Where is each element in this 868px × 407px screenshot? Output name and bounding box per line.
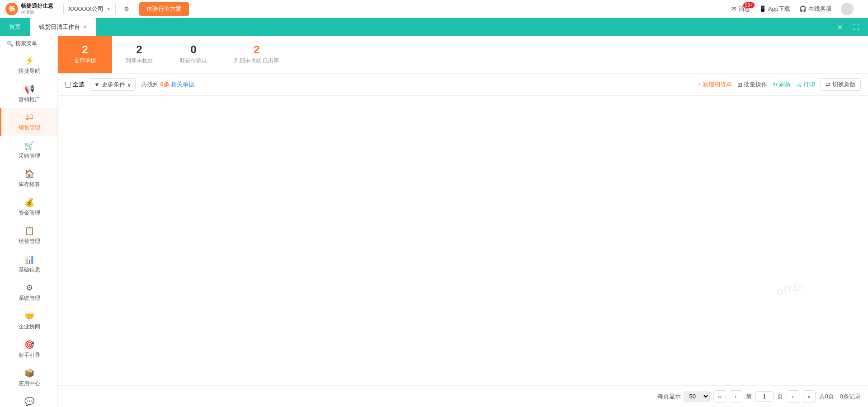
- batch-icon: ⊞: [737, 81, 742, 88]
- sidebar-item-operation[interactable]: 📋 经营管理: [0, 221, 57, 250]
- app-download-button[interactable]: 📱 App下载: [759, 5, 790, 13]
- switch-label: 切换新版: [832, 80, 856, 89]
- sidebar-item-finance[interactable]: 💰 资金管理: [0, 193, 57, 221]
- search-menu-button[interactable]: 🔍 搜索菜单: [0, 36, 57, 51]
- basic-info-label: 基础信息: [19, 266, 40, 274]
- cooperation-icon: 🤝: [24, 311, 34, 321]
- guide-label: 新手引导: [19, 351, 40, 359]
- toolbar-right: + 新增销货单 ⊞ 批量操作 ↻ 刷新 🖨 打印 ⇄ 切换新版: [698, 78, 861, 91]
- add-sale-order-button[interactable]: + 新增销货单: [698, 80, 732, 89]
- company-selector[interactable]: XXXXXX公司 ▼: [63, 3, 116, 15]
- operation-icon: 📋: [24, 226, 34, 236]
- settings-button[interactable]: ⚙: [119, 2, 134, 16]
- tab-close-all-button[interactable]: ✕: [834, 21, 846, 33]
- sidebar-item-guide[interactable]: 🎯 新手引导: [0, 335, 57, 364]
- basic-info-icon: 📊: [24, 254, 34, 264]
- print-button[interactable]: 🖨 打印: [796, 80, 815, 89]
- content-area: 2 全部单据 2 到期未收款 0 旺铺待确认 2 到期未收款 已出库 全选: [58, 36, 868, 407]
- total-text: 共0页，0条记录: [819, 393, 861, 401]
- select-all-label: 全选: [73, 80, 85, 89]
- stat-label-pending: 旺铺待确认: [180, 57, 207, 65]
- avatar[interactable]: [841, 3, 854, 15]
- pagination-bar: 每页显示 50 100 200 « ‹ 第 页 › » 共0页，0条记录: [58, 385, 868, 407]
- system-label: 系统管理: [19, 295, 40, 302]
- batch-operation-button[interactable]: ⊞ 批量操作: [737, 80, 767, 89]
- switch-icon: ⇄: [826, 81, 830, 88]
- page-input[interactable]: [755, 391, 774, 402]
- found-link[interactable]: 相关单据: [171, 81, 194, 88]
- stat-label-shipped: 到期未收款 已出库: [234, 57, 279, 65]
- print-label: 打印: [803, 80, 815, 89]
- stats-row: 2 全部单据 2 到期未收款 0 旺铺待确认 2 到期未收款 已出库: [58, 36, 868, 74]
- tab-bar: 首页 钱货日清工作台 ✕ ✕ ⛶: [0, 18, 868, 36]
- switch-version-button[interactable]: ⇄ 切换新版: [821, 78, 861, 91]
- tab-home[interactable]: 首页: [0, 18, 30, 36]
- stat-card-shipped[interactable]: 2 到期未收款 已出库: [221, 36, 292, 73]
- stat-card-pending[interactable]: 0 旺铺待确认: [166, 36, 221, 73]
- company-name: XXXXXX公司: [68, 5, 104, 13]
- message-icon: ✉: [731, 5, 736, 12]
- print-icon: 🖨: [796, 81, 802, 88]
- stat-card-all[interactable]: 2 全部单据: [58, 36, 112, 73]
- main-layout: 🔍 搜索菜单 ⚡ 快捷导航 📢 营销推广 🏷 销售管理 🛒 采购管理 🏠 库存核…: [0, 36, 868, 407]
- prev-page-button[interactable]: ‹: [730, 390, 742, 403]
- logo-icon: 畅: [5, 3, 18, 15]
- message-badge: 99+: [743, 2, 755, 8]
- sidebar-item-sales[interactable]: 🏷 销售管理: [0, 108, 57, 136]
- tab-workbench[interactable]: 钱货日清工作台 ✕: [30, 18, 96, 36]
- tab-close-icon[interactable]: ✕: [83, 24, 87, 30]
- system-icon: ⚙: [26, 283, 33, 293]
- app-sub: 标准版: [21, 9, 53, 15]
- refresh-icon: ↻: [773, 81, 778, 88]
- app-download-icon: 📱: [759, 5, 766, 12]
- stat-card-overdue[interactable]: 2 到期未收款: [112, 36, 166, 73]
- sidebar-item-purchase[interactable]: 🛒 采购管理: [0, 136, 57, 164]
- marketing-icon: 📢: [24, 84, 34, 94]
- sidebar-item-cooperation[interactable]: 🤝 企业协同: [0, 307, 57, 335]
- search-menu-label: 搜索菜单: [15, 40, 37, 47]
- stat-label-all: 全部单据: [71, 57, 99, 65]
- first-page-button[interactable]: «: [713, 390, 726, 403]
- search-icon: 🔍: [7, 41, 14, 47]
- refresh-button[interactable]: ↻ 刷新: [773, 80, 791, 89]
- top-header: 畅 畅捷通好生意 标准版 XXXXXX公司 ▼ ⚙ 体验行业方案 ✉ 消息 99…: [0, 0, 868, 18]
- online-service-button[interactable]: 🎧 在线客服: [799, 5, 832, 13]
- sidebar-item-app-center[interactable]: 📦 应用中心: [0, 364, 57, 392]
- filter-icon: ▼: [94, 81, 100, 88]
- select-all-checkbox[interactable]: 全选: [65, 80, 85, 89]
- tab-workbench-label: 钱货日清工作台: [39, 23, 80, 31]
- trial-button[interactable]: 体验行业方案: [139, 2, 189, 16]
- finance-icon: 💰: [24, 197, 34, 207]
- tab-home-label: 首页: [9, 23, 21, 31]
- inventory-label: 库存核算: [19, 181, 40, 188]
- weixin-icon: 💬: [24, 397, 34, 407]
- sidebar-item-basic-info[interactable]: 📊 基础信息: [0, 250, 57, 278]
- app-download-label: App下载: [768, 5, 790, 13]
- app-center-icon: 📦: [24, 368, 34, 378]
- quick-nav-label: 快捷导航: [19, 67, 40, 75]
- stat-num-overdue: 2: [126, 43, 153, 56]
- select-all-input[interactable]: [65, 82, 71, 88]
- tab-expand-button[interactable]: ⛶: [850, 21, 863, 33]
- table-area: [58, 96, 868, 385]
- page-label: 第: [746, 393, 752, 401]
- sidebar-item-weixin[interactable]: 💬 企业微信: [0, 392, 57, 407]
- online-service-label: 在线客服: [808, 5, 832, 13]
- next-page-button[interactable]: ›: [787, 390, 799, 403]
- purchase-label: 采购管理: [19, 152, 40, 160]
- filter-label: 更多条件: [102, 80, 125, 89]
- stat-label-overdue: 到期未收款: [126, 57, 153, 65]
- sidebar-item-system[interactable]: ⚙ 系统管理: [0, 278, 57, 307]
- found-count: 0条: [160, 81, 170, 88]
- page-size-select[interactable]: 50 100 200: [684, 391, 710, 402]
- quick-nav-icon: ⚡: [24, 56, 34, 65]
- sidebar-item-inventory[interactable]: 🏠 库存核算: [0, 164, 57, 193]
- last-page-button[interactable]: »: [803, 390, 816, 403]
- message-button[interactable]: ✉ 消息 99+: [731, 5, 750, 13]
- guide-icon: 🎯: [24, 340, 34, 350]
- sidebar-item-quick-nav[interactable]: ⚡ 快捷导航: [0, 51, 57, 80]
- filter-button[interactable]: ▼ 更多条件 ∨: [90, 78, 136, 91]
- sales-icon: 🏷: [25, 112, 33, 122]
- sidebar-item-marketing[interactable]: 📢 营销推广: [0, 80, 57, 108]
- found-prefix: 共找到: [141, 81, 159, 88]
